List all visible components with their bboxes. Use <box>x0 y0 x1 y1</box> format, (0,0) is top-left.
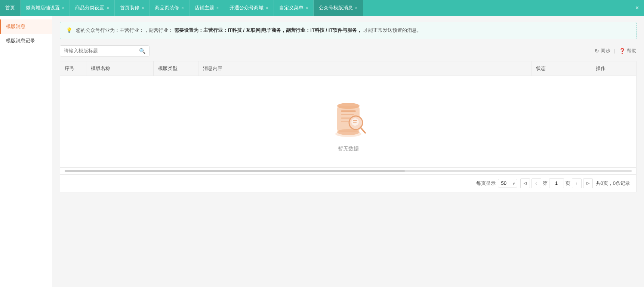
search-actions: ↻ 同步 | ❓ 帮助 <box>595 48 637 54</box>
sidebar-item-template-msg-label: 模版消息 <box>6 24 25 29</box>
nav-tab-custom-menu[interactable]: 自定义菜单 × <box>274 0 314 16</box>
nav-tab-product-category[interactable]: 商品分类设置 × <box>70 0 114 16</box>
close-template-msg-icon[interactable]: × <box>355 6 357 10</box>
sync-label: 同步 <box>601 48 610 54</box>
next-page-icon: › <box>576 181 577 186</box>
notice-suffix: 才能正常发送预置的消息。 <box>363 27 422 33</box>
nav-tab-home-decoration-label: 首页装修 <box>120 4 139 11</box>
empty-text: 暂无数据 <box>338 146 359 152</box>
close-product-category-icon[interactable]: × <box>107 6 109 10</box>
page-size-label: 每页显示 <box>476 180 496 187</box>
action-divider: | <box>614 48 615 54</box>
close-shop-theme-icon[interactable]: × <box>216 6 219 10</box>
close-custom-menu-icon[interactable]: × <box>306 6 308 10</box>
sync-icon: ↻ <box>595 48 599 54</box>
col-actions: 操作 <box>591 61 636 76</box>
nav-tab-micro-shop-label: 微商城店铺设置 <box>26 4 60 11</box>
col-type: 模版类型 <box>154 61 198 76</box>
nav-tab-template-msg[interactable]: 公众号模版消息 × <box>314 0 363 16</box>
page-size-select[interactable]: 50 10 20 100 <box>498 179 517 187</box>
svg-rect-3 <box>341 114 354 115</box>
empty-state: 暂无数据 <box>60 76 636 167</box>
sidebar-item-template-msg-record-label: 模版消息记录 <box>6 38 35 43</box>
nav-tab-custom-menu-label: 自定义菜单 <box>279 4 303 11</box>
page-label: 第 <box>543 180 548 187</box>
col-index: 序号 <box>60 61 86 76</box>
horizontal-scrollbar[interactable] <box>65 170 632 172</box>
page-size-select-wrapper[interactable]: 50 10 20 100 <box>498 179 517 187</box>
top-nav: 首页 微商城店铺设置 × 商品分类设置 × 首页装修 × 商品页装修 × 店铺主… <box>0 0 644 16</box>
prev-page-icon: ‹ <box>536 181 537 186</box>
search-icon: 🔍 <box>139 48 145 54</box>
search-bar: 🔍 ↻ 同步 | ❓ 帮助 <box>60 45 637 57</box>
svg-rect-2 <box>341 110 356 112</box>
svg-rect-12 <box>353 122 357 123</box>
nav-tab-home[interactable]: 首页 <box>0 0 21 16</box>
svg-point-6 <box>337 103 360 109</box>
last-page-button[interactable]: ⊳ <box>583 178 593 188</box>
table-header: 序号 模版名称 模版类型 消息内容 状态 操作 <box>60 61 636 76</box>
main-layout: 模版消息 模版消息记录 💡 您的公众号行业为：主营行业：，副营行业： 需要设置为… <box>0 16 644 287</box>
table-container: 序号 模版名称 模版类型 消息内容 状态 操作 <box>60 61 637 192</box>
sidebar: 模版消息 模版消息记录 <box>0 16 52 287</box>
notice-prefix: 您的公众号行业为：主营行业：，副营行业： <box>76 27 173 33</box>
nav-tab-shop-theme-label: 店铺主题 <box>195 4 214 11</box>
next-page-button[interactable]: › <box>572 178 582 188</box>
sync-button[interactable]: ↻ 同步 <box>595 48 610 54</box>
close-product-decoration-icon[interactable]: × <box>181 6 184 10</box>
col-content: 消息内容 <box>198 61 531 76</box>
svg-rect-11 <box>353 120 357 121</box>
last-page-icon: ⊳ <box>586 181 590 186</box>
help-label: 帮助 <box>627 48 637 54</box>
help-button[interactable]: ❓ 帮助 <box>619 48 637 54</box>
nav-tab-shop-theme[interactable]: 店铺主题 × <box>189 0 224 16</box>
first-page-button[interactable]: ⊲ <box>520 178 530 188</box>
nav-tab-open-public-shop[interactable]: 开通公众号商城 × <box>224 0 274 16</box>
nav-tab-home-label: 首页 <box>5 4 15 11</box>
total-info: 共0页，0条记录 <box>596 180 630 187</box>
search-button[interactable]: 🔍 <box>135 46 149 56</box>
sidebar-item-template-msg[interactable]: 模版消息 <box>0 19 52 34</box>
pagination: 每页显示 50 10 20 100 ⊲ ‹ <box>60 174 636 192</box>
close-open-public-shop-icon[interactable]: × <box>266 6 268 10</box>
page-navigation: ⊲ ‹ 第 页 › ⊳ <box>520 178 593 188</box>
help-icon: ❓ <box>619 48 625 54</box>
notice-highlight: 需要设置为：主营行业：IT科技 / 互联网|电子商务，副营行业：IT科技 / I… <box>174 27 362 33</box>
page-size-section: 每页显示 50 10 20 100 <box>476 179 517 187</box>
col-status: 状态 <box>531 61 591 76</box>
first-page-icon: ⊲ <box>523 181 527 186</box>
nav-tab-micro-shop[interactable]: 微商城店铺设置 × <box>21 0 70 16</box>
nav-tab-open-public-shop-label: 开通公众号商城 <box>229 4 264 11</box>
close-home-decoration-icon[interactable]: × <box>142 6 144 10</box>
scrollbar-area <box>60 167 636 174</box>
nav-tab-template-msg-label: 公众号模版消息 <box>319 4 353 11</box>
close-all-tabs-button[interactable]: × <box>630 4 644 11</box>
nav-tab-product-decoration[interactable]: 商品页装修 × <box>150 0 189 16</box>
col-name: 模版名称 <box>86 61 154 76</box>
page-unit: 页 <box>566 180 570 187</box>
empty-illustration <box>326 98 371 140</box>
search-field-wrapper: 🔍 <box>60 45 150 57</box>
sidebar-item-template-msg-record[interactable]: 模版消息记录 <box>0 34 52 48</box>
prev-page-button[interactable]: ‹ <box>531 178 541 188</box>
notice-icon: 💡 <box>66 27 72 33</box>
search-input[interactable] <box>60 46 135 56</box>
current-page-input[interactable] <box>549 178 564 188</box>
scrollbar-thumb[interactable] <box>65 170 405 172</box>
nav-tab-home-decoration[interactable]: 首页装修 × <box>115 0 150 16</box>
nav-tab-product-decoration-label: 商品页装修 <box>155 4 179 11</box>
nav-tab-product-category-label: 商品分类设置 <box>75 4 104 11</box>
close-micro-shop-icon[interactable]: × <box>62 6 64 10</box>
content-area: 💡 您的公众号行业为：主营行业：，副营行业： 需要设置为：主营行业：IT科技 /… <box>52 16 644 287</box>
svg-line-10 <box>360 127 365 133</box>
notice-box: 💡 您的公众号行业为：主营行业：，副营行业： 需要设置为：主营行业：IT科技 /… <box>60 22 637 39</box>
